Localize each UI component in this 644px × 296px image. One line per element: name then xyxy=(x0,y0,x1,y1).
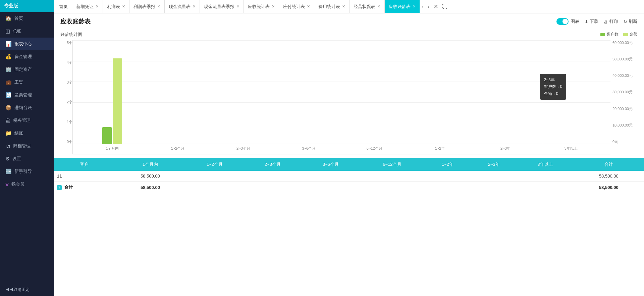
x-label-month36: 3~6个月 xyxy=(276,144,341,154)
x-label-year12: 1~2年 xyxy=(407,144,473,154)
tab-expand-button[interactable]: ⛶ xyxy=(440,0,449,13)
sidebar-item-member[interactable]: V 畅会员 xyxy=(0,178,54,191)
x-label-year3plus: 3年以上 xyxy=(538,144,604,154)
tab-cashflow[interactable]: 现金流量表 ✕ xyxy=(165,0,200,13)
tab-close-icon[interactable]: ✕ xyxy=(272,4,275,9)
sidebar-item-label: 报表中心 xyxy=(14,41,32,47)
download-button[interactable]: ⬇ 下载 xyxy=(585,18,598,24)
settings-icon: ⚙ xyxy=(5,156,10,162)
tab-label: 应付统计表 xyxy=(283,4,305,10)
guide-icon: 🆕 xyxy=(5,168,12,175)
tab-next-button[interactable]: › xyxy=(426,0,431,13)
tab-close-icon[interactable]: ✕ xyxy=(96,4,99,9)
col-header-month12: 1~2个月 xyxy=(185,158,244,171)
sidebar-item-settle[interactable]: 📁 结账 xyxy=(0,127,54,140)
sidebar-item-invoice[interactable]: 🧾 发票管理 xyxy=(0,89,54,101)
tab-close-icon[interactable]: ✕ xyxy=(413,4,416,9)
sidebar-item-funds[interactable]: 💰 资金管理 xyxy=(0,50,54,63)
tab-close-icon[interactable]: ✕ xyxy=(236,4,239,9)
sidebar-item-label: 税务管理 xyxy=(13,117,31,124)
refresh-button[interactable]: ↻ 刷新 xyxy=(624,18,637,24)
tab-label: 应收统计表 xyxy=(248,4,270,10)
main-area: 首页 新增凭证 ✕ 利润表 ✕ 利润表季报 ✕ 现金流量表 ✕ 现金流量表季报 … xyxy=(54,0,644,296)
sidebar-item-label: 首页 xyxy=(14,15,23,21)
cell-total-month612 xyxy=(360,182,425,193)
tab-close-icon[interactable]: ✕ xyxy=(157,4,160,9)
tab-close-icon[interactable]: ✕ xyxy=(377,4,380,9)
tab-operations[interactable]: 经营状况表 ✕ xyxy=(350,0,385,13)
refresh-label: 刷新 xyxy=(629,18,637,24)
cell-year12 xyxy=(424,171,471,182)
settle-icon: 📁 xyxy=(5,130,12,136)
tab-close-icon[interactable]: ✕ xyxy=(193,4,196,9)
app-logo: 专业版 xyxy=(0,0,54,12)
cell-customer: 11 xyxy=(54,171,115,182)
salary-icon: 💼 xyxy=(5,79,12,85)
x-label-month12: 1~2个月 xyxy=(145,144,210,154)
sidebar-item-label: 工资 xyxy=(14,79,23,85)
sidebar-item-ledger[interactable]: ◫ 总账 xyxy=(0,25,54,38)
download-label: 下载 xyxy=(590,18,598,24)
tab-home[interactable]: 首页 xyxy=(55,0,72,13)
unpin-button[interactable]: ◀◀取消固定 xyxy=(0,284,54,296)
tab-close-icon[interactable]: ✕ xyxy=(342,4,345,9)
sidebar-item-settings[interactable]: ⚙ 设置 xyxy=(0,152,54,165)
header-actions: 图表 ⬇ 下载 🖨 打印 ↻ 刷新 xyxy=(556,18,637,25)
chart-toggle-wrap[interactable]: 图表 xyxy=(556,18,579,25)
x-label-month23: 2~3个月 xyxy=(211,144,276,154)
tab-label: 费用统计表 xyxy=(318,4,340,10)
chart-title: 账龄统计图 xyxy=(60,32,637,38)
ledger-icon: ◫ xyxy=(5,28,10,34)
tab-payable-stats[interactable]: 应付统计表 ✕ xyxy=(279,0,314,13)
toggle-label: 图表 xyxy=(571,18,579,24)
sidebar-item-tax[interactable]: 🏛 税务管理 xyxy=(0,114,54,127)
tab-label: 利润表季报 xyxy=(133,4,155,10)
sidebar-item-guide[interactable]: 🆕 新手引导 xyxy=(0,165,54,178)
tab-profit-quarterly[interactable]: 利润表季报 ✕ xyxy=(129,0,165,13)
col-header-month23: 2~3个月 xyxy=(244,158,302,171)
tab-close-icon[interactable]: ✕ xyxy=(307,4,310,9)
cell-year23 xyxy=(471,171,517,182)
x-label-month612: 6~12个月 xyxy=(342,144,407,154)
tab-close-icon[interactable]: ✕ xyxy=(122,4,125,9)
sidebar-item-assets[interactable]: 🏢 固定资产 xyxy=(0,63,54,76)
col-header-customer: 客户 xyxy=(54,158,115,171)
tab-label: 新增凭证 xyxy=(76,4,94,10)
assets-icon: 🏢 xyxy=(5,66,12,72)
col-header-year3plus: 3年以上 xyxy=(517,158,573,171)
tab-new-voucher[interactable]: 新增凭证 ✕ xyxy=(72,0,103,13)
sidebar-item-reports[interactable]: 📊 报表中心 xyxy=(0,38,54,50)
tab-prev-button[interactable]: ‹ xyxy=(420,0,426,13)
print-button[interactable]: 🖨 打印 xyxy=(604,18,618,24)
sidebar-item-home[interactable]: 🏠 首页 xyxy=(0,12,54,25)
content-area: 应收账龄表 图表 ⬇ 下载 🖨 打印 ↻ 刷新 xyxy=(54,13,644,296)
tab-expense-stats[interactable]: 费用统计表 ✕ xyxy=(314,0,350,13)
chart-legend: 客户数 金额 xyxy=(600,32,637,37)
cell-total-month23 xyxy=(244,182,302,193)
print-label: 打印 xyxy=(609,18,618,24)
member-icon: V xyxy=(5,182,9,187)
cell-total-year23 xyxy=(471,182,517,193)
tab-cashflow-quarterly[interactable]: 现金流量表季报 ✕ xyxy=(200,0,244,13)
y-axis-right: 60,000.00元 50,000.00元 40,000.00元 30,000.… xyxy=(610,40,637,154)
tab-receivable-stats[interactable]: 应收统计表 ✕ xyxy=(244,0,279,13)
tab-label: 现金流量表 xyxy=(169,4,191,10)
chart-toggle[interactable] xyxy=(556,18,569,25)
tab-label: 经营状况表 xyxy=(354,4,375,10)
legend-customers-color xyxy=(600,33,605,36)
reports-icon: 📊 xyxy=(5,41,12,47)
y-axis-left: 5个 4个 3个 2个 1个 0个 xyxy=(60,40,72,154)
sidebar-item-sales[interactable]: 📦 进销台账 xyxy=(0,101,54,114)
chart-container: 5个 4个 3个 2个 1个 0个 xyxy=(60,40,637,154)
sales-icon: 📦 xyxy=(5,105,12,111)
sidebar-item-archive[interactable]: 🗂 归档管理 xyxy=(0,140,54,152)
tab-label: 现金流量表季报 xyxy=(204,4,234,10)
page-title: 应收账龄表 xyxy=(60,17,91,26)
sidebar-item-label: 结账 xyxy=(14,130,23,136)
sidebar-item-salary[interactable]: 💼 工资 xyxy=(0,76,54,89)
legend-customers-label: 客户数 xyxy=(606,32,619,37)
tab-receivable-aging[interactable]: 应收账龄表 ✕ xyxy=(385,0,420,13)
print-icon: 🖨 xyxy=(604,19,608,24)
tab-close-all-button[interactable]: ✕ xyxy=(432,0,440,13)
tab-profit[interactable]: 利润表 ✕ xyxy=(103,0,129,13)
